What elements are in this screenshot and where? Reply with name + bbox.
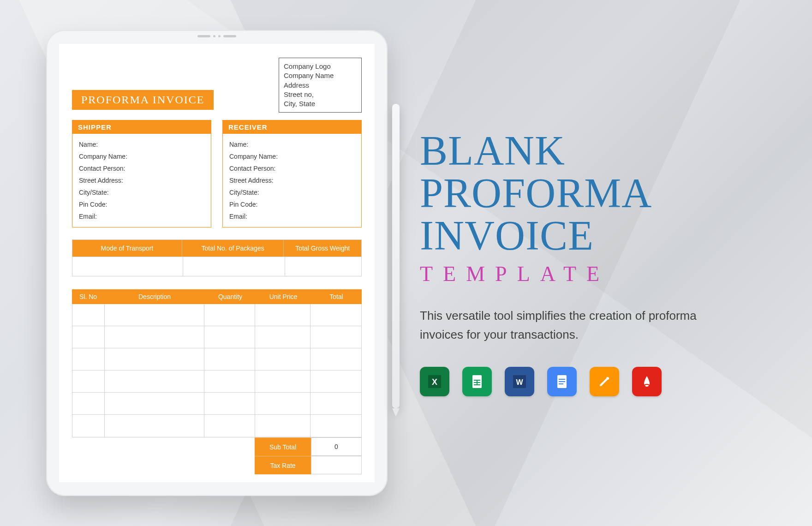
headline-sub: TEMPLATE xyxy=(420,262,734,286)
col-sl: Sl. No xyxy=(72,289,104,304)
items-header: Sl. No Description Quantity Unit Price T… xyxy=(72,289,362,304)
table-row xyxy=(72,415,361,437)
subtotal-value: 0 xyxy=(311,437,362,456)
svg-rect-11 xyxy=(559,381,565,382)
logo-line: Company Name xyxy=(284,71,357,80)
logo-line: Address xyxy=(284,81,357,90)
stylus xyxy=(392,104,400,408)
pages-icon[interactable] xyxy=(590,367,619,396)
sheets-icon[interactable] xyxy=(462,367,492,396)
receiver-heading: RECEIVER xyxy=(223,120,361,134)
shipper-field: Company Name: xyxy=(79,150,204,162)
table-row xyxy=(72,371,361,393)
totals-block: Sub Total 0 Tax Rate xyxy=(72,437,362,474)
shipper-field: City/State: xyxy=(79,186,204,198)
receiver-field: Company Name: xyxy=(229,150,355,162)
tax-label: Tax Rate xyxy=(255,456,311,474)
invoice-document: Company Logo Company Name Address Street… xyxy=(59,44,375,482)
pdf-icon[interactable] xyxy=(632,367,662,396)
receiver-field: Contact Person: xyxy=(229,162,355,174)
shipper-field: Contact Person: xyxy=(79,162,204,174)
logo-line: City, State xyxy=(284,99,357,108)
info-header-transport: Mode of Transport xyxy=(72,240,182,257)
tax-value xyxy=(311,456,362,474)
invoice-title: PROFORMA INVOICE xyxy=(72,90,214,110)
shipper-heading: SHIPPER xyxy=(72,120,211,134)
svg-rect-12 xyxy=(559,383,563,384)
table-row xyxy=(72,326,361,348)
headline-line3: INVOICE xyxy=(420,215,734,257)
col-price: Unit Price xyxy=(256,289,311,304)
docs-icon[interactable] xyxy=(547,367,577,396)
promo-description: This versatile tool simplifies the creat… xyxy=(420,306,715,345)
shipper-box: SHIPPER Name: Company Name: Contact Pers… xyxy=(72,120,211,227)
table-row xyxy=(72,393,361,415)
svg-point-13 xyxy=(606,377,609,380)
word-icon[interactable]: W xyxy=(505,367,534,396)
shipper-field: Email: xyxy=(79,210,204,222)
info-header-row: Mode of Transport Total No. of Packages … xyxy=(72,239,362,257)
svg-rect-10 xyxy=(559,379,565,380)
shipper-field: Street Address: xyxy=(79,174,204,186)
app-icons: X W xyxy=(420,367,734,396)
svg-text:W: W xyxy=(516,378,523,386)
col-qty: Quantity xyxy=(205,289,256,304)
shipper-field: Pin Code: xyxy=(79,198,204,210)
headline-line2: PROFORMA xyxy=(420,172,734,215)
shipper-field: Name: xyxy=(79,138,204,150)
svg-text:X: X xyxy=(432,377,437,387)
info-cell xyxy=(72,257,183,276)
col-desc: Description xyxy=(104,289,205,304)
excel-icon[interactable]: X xyxy=(420,367,449,396)
table-row xyxy=(72,348,361,371)
headline-line1: BLANK xyxy=(420,130,734,172)
logo-line: Street no, xyxy=(284,90,357,99)
items-body xyxy=(72,304,362,437)
info-header-gross: Total Gross Weight xyxy=(284,240,361,257)
subtotal-label: Sub Total xyxy=(255,437,311,456)
receiver-field: Name: xyxy=(229,138,355,150)
receiver-field: Street Address: xyxy=(229,174,355,186)
logo-line: Company Logo xyxy=(284,62,357,71)
svg-rect-6 xyxy=(477,380,478,385)
receiver-box: RECEIVER Name: Company Name: Contact Per… xyxy=(222,120,362,227)
company-logo-box: Company Logo Company Name Address Street… xyxy=(279,58,362,113)
info-data-row xyxy=(72,257,362,276)
tablet-mockup: Company Logo Company Name Address Street… xyxy=(46,30,388,496)
info-cell xyxy=(285,257,361,276)
tablet-camera xyxy=(197,35,236,37)
info-header-packages: Total No. of Packages xyxy=(182,240,284,257)
receiver-field: Pin Code: xyxy=(229,198,355,210)
receiver-field: City/State: xyxy=(229,186,355,198)
receiver-field: Email: xyxy=(229,210,355,222)
info-cell xyxy=(183,257,285,276)
promo-panel: BLANK PROFORMA INVOICE TEMPLATE This ver… xyxy=(420,130,734,396)
table-row xyxy=(72,304,361,326)
col-total: Total xyxy=(311,289,362,304)
